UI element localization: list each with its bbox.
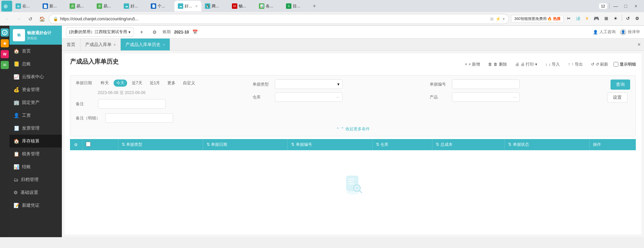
refresh-button[interactable]: ↺ ↺ 刷新	[588, 60, 611, 69]
table-header-billstatus[interactable]: ⇅ 单据状态	[505, 139, 590, 150]
breadcrumb-tab-list-close[interactable]: ×	[114, 43, 116, 47]
sidebar-item-reports[interactable]: 📈 云报表中心	[9, 70, 62, 83]
date-btn-custom[interactable]: 自定义	[180, 80, 198, 87]
url-bar[interactable]: 🔒 https://cloud.chanjet.com/accounting/u…	[49, 14, 509, 24]
back-button[interactable]: ←	[3, 14, 12, 24]
sidebar-item-tax[interactable]: 📋 税务管理	[9, 148, 62, 160]
collapse-button[interactable]: ⌃ ⌃ 收起更多条件	[76, 126, 630, 132]
sidebar-app-title: 畅捷通好会计	[27, 30, 51, 36]
warehouse-select[interactable]: ···	[275, 92, 342, 102]
breadcrumb-tab-history-close[interactable]: ×	[163, 43, 165, 47]
sidebar-item-ledger[interactable]: 📒 总账	[9, 58, 62, 70]
svg-rect-5	[348, 183, 354, 184]
billnum-input[interactable]	[452, 80, 520, 89]
sidebar-item-home[interactable]: 🏠 首页	[9, 45, 62, 58]
date-btn-today[interactable]: 今天	[114, 80, 127, 87]
show-detail-checkbox[interactable]	[614, 62, 618, 67]
icon-sidebar-mail[interactable]: ✉	[1, 61, 9, 69]
tab-mu[interactable]: S 目...	[283, 1, 310, 12]
calendar-icon[interactable]: 📅	[192, 29, 198, 35]
tab-ge2[interactable]: 📊 各...	[256, 1, 283, 12]
grid-btn[interactable]: ⊞	[602, 15, 610, 23]
sidebar-item-funds[interactable]: 💰 资金管理	[9, 83, 62, 96]
company-selector[interactable]: (勿删勿禁用）江西颐宝测试专用 ▾	[66, 27, 134, 37]
table-header-gear[interactable]: ⚙	[70, 139, 82, 150]
user-profile-button[interactable]: 👤 徐泽华	[620, 29, 640, 36]
tab-yi1[interactable]: 易 易...	[66, 1, 93, 12]
add-company-button[interactable]: +	[137, 27, 146, 37]
dropdown-icon[interactable]: ▾	[503, 17, 505, 21]
tab-first[interactable]: ⊕	[1, 1, 12, 12]
icon-sidebar-logo[interactable]	[1, 28, 9, 37]
sidebar-item-close-accounts[interactable]: 📊 结账	[9, 160, 62, 173]
ledger-icon: 📒	[14, 61, 19, 67]
export-button[interactable]: ↑ ↑ 导出	[565, 60, 585, 69]
billtype-select[interactable]: ▾	[275, 80, 342, 89]
tab-hao1[interactable]: ☁ 好...	[120, 1, 147, 12]
tab-ge[interactable]: 📄 个...	[147, 1, 174, 12]
close-side-button[interactable]: ×	[634, 39, 644, 50]
forward-button[interactable]: →	[14, 14, 24, 24]
select-all-checkbox[interactable]	[86, 142, 91, 146]
tab-close-active[interactable]: ×	[195, 4, 197, 8]
currency-btn[interactable]: ¥	[584, 15, 590, 23]
print-dropdown-icon[interactable]: ▾	[535, 62, 537, 67]
date-btn-more[interactable]: 更多	[165, 80, 178, 87]
sidebar-item-newbill[interactable]: 📝 新建凭证	[9, 199, 62, 212]
breadcrumb-home[interactable]: 首页	[62, 39, 80, 50]
lightning-icon: ⚡	[496, 17, 501, 21]
sidebar-item-basic[interactable]: ⚙ 基础设置	[9, 186, 62, 199]
warehouse-dots[interactable]: ···	[336, 95, 339, 99]
translate-btn[interactable]: 译	[574, 15, 582, 23]
date-btn-yesterday[interactable]: 昨天	[98, 80, 112, 87]
tab-counter[interactable]: 12	[599, 3, 607, 9]
filter-settings-button[interactable]: 设置	[607, 92, 627, 103]
table-header-totalcost[interactable]: ⇅ 总成本	[432, 139, 505, 150]
delete-button[interactable]: 🗑 🗑 删除	[485, 60, 509, 69]
tab-teng[interactable]: 🐧 腾...	[201, 1, 229, 12]
home-button[interactable]: 🏠	[37, 14, 47, 24]
game-btn[interactable]: 🎮	[592, 15, 601, 23]
tab-chang[interactable]: M 畅...	[229, 1, 256, 12]
tab-new[interactable]: 📄 新...	[39, 1, 66, 12]
product-dots[interactable]: ···	[513, 95, 517, 99]
sidebar-item-inventory[interactable]: 🏠 库存核算	[9, 135, 62, 148]
tab-yi2[interactable]: 易 易...	[93, 1, 120, 12]
sidebar-item-invoice[interactable]: 🧾 发票管理	[9, 122, 62, 135]
product-select[interactable]: ···	[452, 92, 520, 102]
refresh-button[interactable]: ↺	[26, 14, 35, 24]
sidebar-item-archive[interactable]: 🗂 归档管理	[9, 173, 62, 186]
sun-btn[interactable]: ☀	[612, 15, 620, 23]
date-btn-1month[interactable]: 近1月	[147, 80, 163, 87]
search-bar-360[interactable]: 360智能抠图免费用 🔥 热搜	[511, 15, 563, 23]
tab-hao2[interactable]: ☁ 好... ×	[174, 1, 201, 12]
date-btn-7days[interactable]: 近7天	[129, 80, 145, 87]
breadcrumb-tab-list[interactable]: 产成品入库单 ×	[80, 39, 121, 50]
topbar-settings-btn[interactable]: ⚙	[150, 27, 159, 37]
table-header-warehouse[interactable]: ⇅ 仓库	[372, 139, 432, 150]
period-value: 2021-10	[174, 30, 189, 35]
table-header-billdate[interactable]: ⇅ 单据日期	[203, 139, 288, 150]
notedetail-input[interactable]	[105, 113, 173, 123]
browser-settings-btn[interactable]: ⚙	[633, 15, 641, 23]
print-button[interactable]: 🖨 🖨 打印 ▾	[512, 60, 540, 69]
icon-sidebar-weibo[interactable]: W	[1, 50, 9, 58]
minimize-button[interactable]: —	[612, 2, 620, 10]
import-button[interactable]: ↓ ↓ 导入	[543, 60, 563, 69]
maximize-button[interactable]: □	[622, 2, 630, 10]
breadcrumb-tab-history[interactable]: 产成品入库单历史 ×	[121, 39, 170, 50]
close-button[interactable]: ×	[632, 2, 640, 10]
ai-consult-button[interactable]: 👤 人工咨询	[593, 29, 616, 35]
sidebar-item-assets[interactable]: 🏢 固定资产	[9, 96, 62, 109]
table-header-billnum[interactable]: ⇅ 单据编号	[288, 139, 373, 150]
sidebar-item-payroll[interactable]: 👤 工资	[9, 109, 62, 122]
table-header-billtype[interactable]: ⇅ 单据类型	[118, 139, 203, 150]
note-input[interactable]	[98, 99, 166, 109]
tab-zai[interactable]: ⊕ 在...	[12, 1, 39, 12]
icon-sidebar-star[interactable]: ★	[1, 39, 9, 47]
new-button[interactable]: + + 新增	[462, 60, 483, 69]
new-tab-button[interactable]: +	[310, 1, 319, 11]
browser-refresh-btn[interactable]: ↺	[624, 15, 632, 23]
scissors-btn[interactable]: ✂	[565, 15, 573, 23]
query-button[interactable]: 查询	[611, 80, 630, 90]
